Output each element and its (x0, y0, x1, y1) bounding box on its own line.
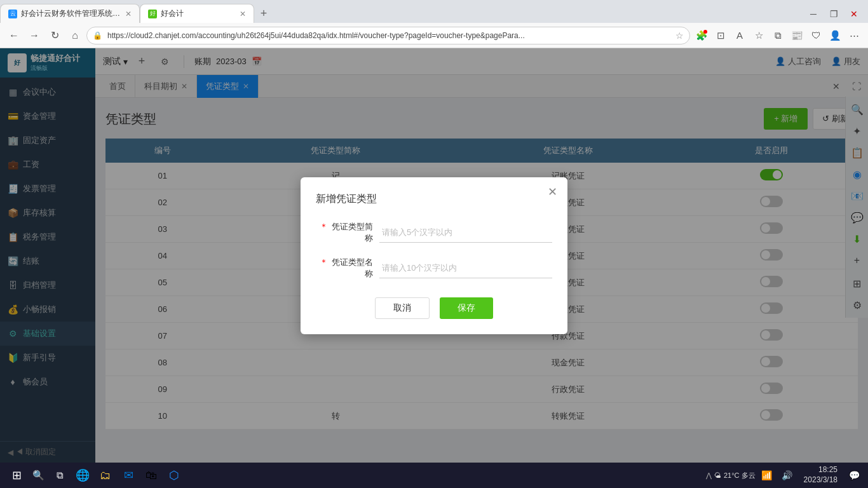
tab-close-1[interactable]: ✕ (125, 10, 132, 18)
clock-time: 18:25 (804, 465, 837, 475)
collection-icon[interactable]: ⊡ (712, 27, 729, 44)
save-button[interactable]: 保存 (440, 297, 493, 319)
restore-button[interactable]: ❐ (825, 5, 843, 23)
taskbar-files[interactable]: 🗂 (94, 464, 117, 487)
forward-button[interactable]: → (25, 27, 43, 44)
form-input-name[interactable] (379, 258, 552, 278)
taskbar-mail[interactable]: ✉ (117, 464, 140, 487)
taskbar-taskview[interactable]: ⧉ (48, 464, 71, 487)
form-input-short[interactable] (379, 222, 552, 243)
required-marker-name: ＊ (320, 257, 328, 267)
taskbar: ⊞ 🔍 ⧉ 🌐 🗂 ✉ 🛍 ⬡ ⋀ 🌤 21°C 多云 📶 🔊 (0, 463, 868, 488)
minimize-button[interactable]: ─ (804, 5, 822, 23)
notification-icon[interactable]: 💬 (845, 466, 863, 484)
modal-close-button[interactable]: ✕ (548, 185, 557, 199)
splitscreen-icon[interactable]: ⧉ (769, 27, 787, 44)
tab-favicon-2: 好 (148, 10, 157, 18)
start-button[interactable]: ⊞ (5, 464, 28, 487)
modal-actions: 取消 保存 (316, 297, 552, 319)
browser-tab-1[interactable]: 云 好会计云财务软件管理系统_会计 ✕ (0, 4, 140, 23)
weather-icon: 🌤 (714, 471, 721, 479)
browser-toolbar: 🧩 ⊡ A ☆ ⧉ 📰 🛡 👤 ⋯ (693, 27, 863, 44)
browser-frame: 云 好会计云财务软件管理系统_会计 ✕ 好 好会计 ✕ + ─ ❐ ✕ ← → … (0, 0, 868, 488)
taskbar-sys: ⋀ 🌤 21°C 多云 📶 🔊 18:25 2023/3/18 💬 (706, 465, 863, 485)
taskbar-edge[interactable]: ⬡ (163, 464, 186, 487)
address-wrap: 🔒 ☆ (86, 27, 690, 44)
tab-title-1: 好会计云财务软件管理系统_会计 (21, 8, 121, 19)
favorites-icon[interactable]: ☆ (750, 27, 768, 44)
tab-close-2[interactable]: ✕ (240, 10, 246, 18)
extensions-icon[interactable]: 🧩 (693, 27, 710, 44)
form-label-short-text: 凭证类型简称 (332, 222, 373, 243)
profile-icon[interactable]: 👤 (826, 27, 844, 44)
security-icon[interactable]: 🛡 (807, 27, 825, 44)
reader-icon[interactable]: 📰 (788, 27, 806, 44)
menu-icon[interactable]: ⋯ (845, 27, 863, 44)
weather-display: 🌤 21°C 多云 (714, 471, 756, 480)
address-bar: ← → ↻ ⌂ 🔒 ☆ 🧩 ⊡ A ☆ ⧉ 📰 🛡 👤 ⋯ (0, 23, 868, 48)
sys-tray-expand[interactable]: ⋀ (706, 471, 712, 480)
taskbar-chrome[interactable]: 🌐 (71, 464, 94, 487)
network-icon[interactable]: 📶 (758, 466, 776, 484)
address-input[interactable] (86, 27, 690, 44)
window-controls: ─ ❐ ✕ (804, 5, 868, 23)
taskbar-search-button[interactable]: 🔍 (28, 465, 48, 485)
modal-title: 新增凭证类型 (316, 193, 552, 206)
volume-icon[interactable]: 🔊 (778, 466, 796, 484)
font-icon[interactable]: A (731, 27, 749, 44)
browser-tab-2[interactable]: 好 好会计 ✕ (140, 4, 254, 23)
bookmark-icon[interactable]: ☆ (675, 30, 684, 41)
tab-favicon-1: 云 (8, 10, 17, 18)
back-button[interactable]: ← (5, 27, 23, 44)
new-voucher-modal: 新增凭证类型 ✕ ＊ 凭证类型简称 ＊ 凭证类型名称 (301, 177, 567, 334)
tab-title-2: 好会计 (161, 8, 236, 19)
home-button[interactable]: ⌂ (66, 27, 84, 44)
system-clock[interactable]: 18:25 2023/3/18 (799, 465, 843, 485)
weather-temp: 21°C 多云 (724, 471, 756, 480)
form-label-name-text: 凭证类型名称 (332, 257, 373, 278)
new-tab-button[interactable]: + (254, 4, 273, 23)
form-row-short: ＊ 凭证类型简称 (316, 221, 552, 244)
required-marker-short: ＊ (320, 222, 328, 231)
clock-date: 2023/3/18 (804, 475, 837, 485)
taskbar-store[interactable]: 🛍 (140, 464, 163, 487)
form-label-name: ＊ 凭证类型名称 (316, 257, 379, 280)
refresh-button[interactable]: ↻ (46, 27, 64, 44)
close-button[interactable]: ✕ (845, 5, 863, 23)
lock-icon: 🔒 (93, 31, 102, 40)
browser-tab-bar: 云 好会计云财务软件管理系统_会计 ✕ 好 好会计 ✕ + ─ ❐ ✕ (0, 0, 868, 23)
cancel-button[interactable]: 取消 (375, 297, 430, 319)
form-label-short: ＊ 凭证类型简称 (316, 221, 379, 244)
modal-overlay: 新增凭证类型 ✕ ＊ 凭证类型简称 ＊ 凭证类型名称 (0, 48, 868, 463)
form-row-name: ＊ 凭证类型名称 (316, 257, 552, 280)
